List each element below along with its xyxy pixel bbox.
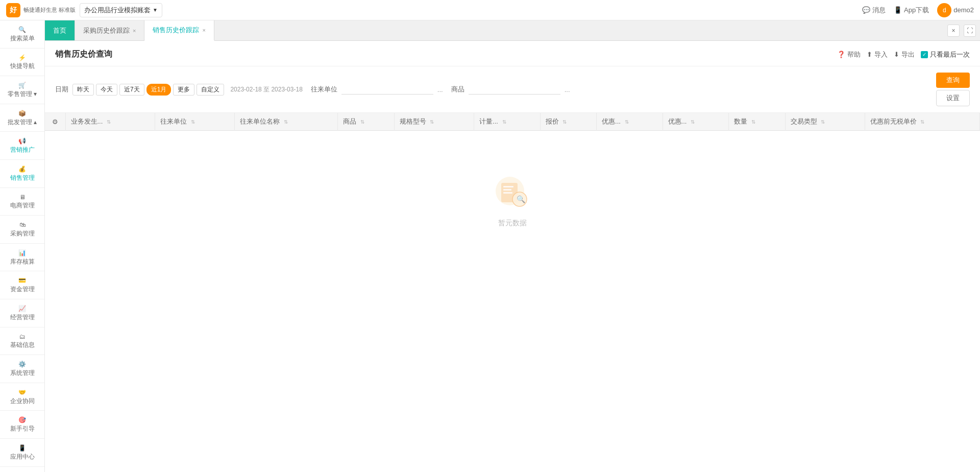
customer-filter-group: 往来单位 ... [311, 84, 443, 95]
sidebar-item-marketing[interactable]: 📢 营销推广 [0, 132, 44, 160]
date-range-text: 2023-02-18 至 2023-03-18 [230, 85, 302, 94]
col-spec-label: 规格型号 [400, 117, 426, 125]
sidebar-label-basic-info: 基础信息 [10, 341, 35, 349]
empty-state: 🔍 暂元数据 [45, 131, 980, 269]
sidebar-label-enterprise: 企业协同 [10, 397, 35, 406]
sidebar-label-ecommerce: 电商管理 [10, 201, 35, 210]
query-button[interactable]: 查询 [936, 73, 970, 88]
customer-dots-button[interactable]: ... [437, 86, 443, 93]
sidebar-item-quicknav[interactable]: ⚡ 快捷导航 [0, 49, 44, 77]
search-icon: 🔍 [18, 26, 26, 34]
sidebar-label-wholesale: 批发管理 ▴ [8, 118, 37, 127]
col-cust-code-label: 往来单位 [160, 117, 187, 125]
sidebar-item-wholesale[interactable]: 📦 批发管理 ▴ [0, 104, 44, 132]
date-filter-group: 日期 昨天 今天 近7天 近1月 更多 自定义 2023-02-18 至 202… [55, 84, 303, 96]
column-customer-name[interactable]: 往来单位名称 ⇅ [235, 113, 338, 131]
column-settings[interactable]: ⚙ [45, 113, 65, 131]
col-cust-name-label: 往来单位名称 [240, 117, 280, 125]
ecommerce-icon: 🖥 [19, 193, 26, 202]
date-label: 日期 [55, 85, 68, 94]
date-btn-custom[interactable]: 自定义 [197, 84, 224, 96]
filter-bar: 日期 昨天 今天 近7天 近1月 更多 自定义 2023-02-18 至 202… [45, 66, 980, 113]
svg-rect-3 [503, 189, 511, 191]
sidebar-label-search: 搜索菜单 [10, 34, 35, 43]
empty-illustration: 🔍 [492, 172, 533, 213]
product-dots-button[interactable]: ... [565, 86, 570, 93]
column-unit[interactable]: 计量... ⇅ [474, 113, 541, 131]
date-btn-more[interactable]: 更多 [173, 84, 194, 96]
date-btn-yesterday[interactable]: 昨天 [72, 84, 94, 96]
product-filter-group: 商品 ... [451, 84, 570, 95]
sort-tax-free-icon: ⇅ [920, 119, 924, 125]
sidebar-item-wechat[interactable]: 💬 企业微信 [0, 467, 44, 473]
sidebar-item-sales[interactable]: 💰 销售管理 [0, 160, 44, 188]
column-tax-free-price[interactable]: 优惠前无税单价 ⇅ [865, 113, 979, 131]
column-spec[interactable]: 规格型号 ⇅ [394, 113, 474, 131]
date-btn-7days[interactable]: 近7天 [119, 84, 144, 96]
col-product-label: 商品 [343, 117, 356, 125]
only-last-checkbox[interactable]: ✓ 只看最后一次 [921, 50, 970, 59]
tab-close-all-button[interactable]: × [947, 25, 960, 37]
column-discount2[interactable]: 优惠... ⇅ [663, 113, 729, 131]
data-table: ⚙ 业务发生... ⇅ 往来单位 ⇅ 往来单位名称 [45, 113, 980, 131]
help-label: 帮助 [847, 50, 861, 59]
customer-input[interactable] [341, 84, 433, 95]
tab-maximize-button[interactable]: ⛶ [964, 25, 976, 37]
enterprise-icon: 🤝 [18, 388, 26, 397]
col-discount1-label: 优惠... [602, 117, 621, 125]
user-profile[interactable]: d demo2 [937, 3, 974, 17]
date-btn-today[interactable]: 今天 [96, 84, 117, 96]
home-tab-label: 首页 [53, 26, 66, 35]
sidebar-item-system[interactable]: ⚙️ 系统管理 [0, 355, 44, 383]
tab-purchase-history[interactable]: 采购历史价跟踪 × [75, 20, 144, 40]
import-label: 导入 [874, 50, 888, 59]
svg-rect-2 [503, 186, 513, 187]
column-trade-type[interactable]: 交易类型 ⇅ [785, 113, 865, 131]
column-quantity[interactable]: 数量 ⇅ [729, 113, 785, 131]
customer-label: 往来单位 [311, 85, 337, 94]
sidebar-item-finance[interactable]: 💳 资金管理 [0, 271, 44, 299]
message-button[interactable]: 💬 消息 [862, 6, 886, 15]
sidebar-item-search[interactable]: 🔍 搜索菜单 [0, 20, 44, 49]
sidebar: 🔍 搜索菜单 ⚡ 快捷导航 🛒 零售管理 ▾ 📦 批发管理 ▴ 📢 营销推广 💰… [0, 20, 45, 472]
sidebar-item-operations[interactable]: 📈 经营管理 [0, 299, 44, 327]
sidebar-item-ecommerce[interactable]: 🖥 电商管理 [0, 188, 44, 216]
help-icon: ❓ [837, 51, 845, 58]
column-date[interactable]: 业务发生... ⇅ [65, 113, 155, 131]
column-product[interactable]: 商品 ⇅ [338, 113, 394, 131]
date-btn-1month[interactable]: 近1月 [146, 84, 172, 96]
sidebar-label-quicknav: 快捷导航 [10, 62, 35, 70]
export-icon: ⬇ [894, 51, 899, 58]
sidebar-item-retail[interactable]: 🛒 零售管理 ▾ [0, 76, 44, 104]
svg-text:🔍: 🔍 [517, 195, 526, 204]
sidebar-item-inventory[interactable]: 📊 库存核算 [0, 244, 44, 272]
sidebar-item-enterprise[interactable]: 🤝 企业协同 [0, 383, 44, 411]
column-price[interactable]: 报价 ⇅ [540, 113, 596, 131]
product-input[interactable] [469, 84, 560, 95]
column-customer-code[interactable]: 往来单位 ⇅ [155, 113, 234, 131]
sidebar-item-guide[interactable]: 🎯 新手引导 [0, 411, 44, 439]
header-left: 好 畅捷通好生意 标准版 办公用品行业模拟账套 ▼ [6, 3, 162, 17]
sort-discount1-icon: ⇅ [625, 119, 629, 125]
settings-button[interactable]: 设置 [936, 90, 970, 106]
sidebar-item-apps[interactable]: 📱 应用中心 [0, 439, 44, 467]
column-discount1[interactable]: 优惠... ⇅ [597, 113, 663, 131]
tab-sales-history[interactable]: 销售历史价跟踪 × [144, 20, 214, 41]
col-price-label: 报价 [546, 117, 559, 125]
export-button[interactable]: ⬇ 导出 [894, 50, 915, 59]
apps-icon: 📱 [18, 444, 26, 453]
import-button[interactable]: ⬆ 导入 [867, 50, 888, 59]
tab-close-sales[interactable]: × [202, 27, 205, 33]
logo-icon: 好 [6, 3, 20, 17]
sidebar-label-purchase: 采购管理 [10, 229, 35, 238]
app-download-button[interactable]: 📱 App下载 [894, 6, 929, 15]
sidebar-item-purchase[interactable]: 🛍 采购管理 [0, 216, 44, 244]
tab-home[interactable]: 首页 [45, 20, 75, 40]
tab-close-purchase[interactable]: × [133, 28, 136, 34]
help-button[interactable]: ❓ 帮助 [837, 50, 861, 59]
svg-rect-4 [503, 192, 512, 194]
sidebar-item-basic-info[interactable]: 🗂 基础信息 [0, 327, 44, 356]
app-selector[interactable]: 办公用品行业模拟账套 ▼ [80, 3, 162, 17]
tab-bar-actions: × ⛶ [943, 20, 980, 40]
avatar: d [937, 3, 951, 17]
